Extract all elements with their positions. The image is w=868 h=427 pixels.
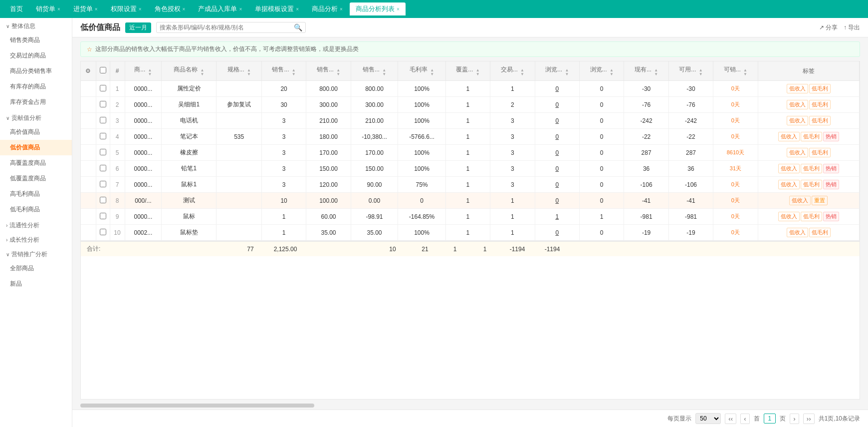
row-browse1[interactable]: 1: [535, 209, 579, 225]
tag-badge: 低毛利: [809, 116, 831, 125]
row-tags: 低收入低毛利: [758, 81, 859, 97]
row-checkbox[interactable]: [96, 97, 110, 113]
per-page-select[interactable]: 50 100 200: [695, 413, 721, 424]
nav-close-inbound[interactable]: ×: [239, 6, 242, 12]
sidebar-item-low-value[interactable]: 低价值商品: [0, 140, 72, 155]
row-browse1[interactable]: 0: [535, 177, 579, 193]
row-checkbox[interactable]: [96, 129, 110, 145]
sidebar-group-marketing[interactable]: ∨ 营销推广分析: [0, 246, 72, 261]
trade-column-header[interactable]: 交易... ▲▼: [490, 61, 535, 81]
row-margin: 75%: [398, 177, 446, 193]
sale-amount-column-header[interactable]: 销售... ▲▼: [351, 61, 398, 81]
horizontal-scrollbar[interactable]: [80, 404, 860, 408]
sidebar-item-new-goods[interactable]: 新品: [0, 276, 72, 292]
sellable-column-header[interactable]: 可销... ▲▼: [713, 61, 758, 81]
row-sale-price: 800.00: [306, 81, 351, 97]
nav-item-inbound[interactable]: 产成品入库单 ×: [192, 2, 248, 15]
row-browse1[interactable]: 0: [535, 81, 579, 97]
nav-close-auth[interactable]: ×: [139, 6, 142, 12]
row-browse1[interactable]: 0: [535, 113, 579, 129]
row-num: 8: [110, 193, 125, 209]
current-column-header[interactable]: 现有... ▲▼: [624, 61, 668, 81]
browse1-column-header[interactable]: 浏览... ▲▼: [535, 61, 579, 81]
nav-item-analysis[interactable]: 商品分析 ×: [306, 2, 349, 15]
row-checkbox[interactable]: [96, 145, 110, 161]
nav-close-role[interactable]: ×: [183, 6, 186, 12]
sale-price-column-header[interactable]: 销售... ▲▼: [306, 61, 351, 81]
row-checkbox[interactable]: [96, 209, 110, 225]
next-page-button[interactable]: ›: [790, 414, 799, 424]
last-page-button[interactable]: ››: [803, 414, 815, 424]
prev-page-button[interactable]: ‹: [740, 414, 749, 424]
search-input[interactable]: [160, 24, 294, 31]
share-button[interactable]: ↗ 分享: [819, 23, 838, 32]
spec-column-header[interactable]: 规格... ▲▼: [217, 61, 262, 81]
sidebar-item-low-margin[interactable]: 低毛利商品: [0, 202, 72, 217]
row-checkbox[interactable]: [96, 193, 110, 209]
coverage-column-header[interactable]: 覆盖... ▲▼: [445, 61, 490, 81]
row-checkbox[interactable]: [96, 161, 110, 177]
sidebar-group-growth[interactable]: › 成长性分析: [0, 232, 72, 246]
row-spec: [217, 145, 262, 161]
nav-close-template[interactable]: ×: [296, 6, 299, 12]
page-header: 低价值商品 近一月 🔍 ↗ 分享 ↑ 导出: [72, 18, 868, 37]
row-browse1[interactable]: 0: [535, 225, 579, 241]
nav-close-sales[interactable]: ×: [57, 6, 60, 12]
nav-close-purchase[interactable]: ×: [95, 6, 98, 12]
nav-item-purchase[interactable]: 进货单 ×: [67, 2, 104, 15]
row-name: 属性定价: [162, 81, 217, 97]
first-page-button[interactable]: ‹‹: [725, 414, 736, 424]
row-browse1[interactable]: 0: [535, 193, 579, 209]
sidebar-item-low-coverage[interactable]: 低覆盖度商品: [0, 171, 72, 186]
select-all-checkbox[interactable]: [100, 67, 106, 73]
sidebar-group-circulation[interactable]: › 流通性分析: [0, 217, 72, 232]
row-checkbox[interactable]: [96, 113, 110, 129]
nav-item-home[interactable]: 首页: [4, 2, 29, 15]
browse2-column-header[interactable]: 浏览... ▲▼: [579, 61, 624, 81]
row-code: 0000...: [125, 129, 162, 145]
code-column-header[interactable]: 商... ▲▼: [125, 61, 162, 81]
available-column-header[interactable]: 可用... ▲▼: [668, 61, 713, 81]
nav-item-template[interactable]: 单据模板设置 ×: [249, 2, 305, 15]
sidebar-item-stock-capital[interactable]: 库存资金占用: [0, 94, 72, 110]
row-checkbox[interactable]: [96, 81, 110, 97]
row-browse1[interactable]: 0: [535, 129, 579, 145]
sidebar-group-overview[interactable]: ∨ 整体信息: [0, 18, 72, 32]
margin-column-header[interactable]: 毛利率 ▲▼: [398, 61, 446, 81]
row-margin: 100%: [398, 145, 446, 161]
gear-column-header[interactable]: ⚙: [81, 61, 96, 81]
search-icon[interactable]: 🔍: [294, 23, 302, 31]
nav-item-sales[interactable]: 销货单 ×: [30, 2, 66, 15]
row-browse1[interactable]: 0: [535, 145, 579, 161]
nav-close-analysis[interactable]: ×: [340, 6, 343, 12]
row-browse1[interactable]: 0: [535, 161, 579, 177]
sidebar-item-traded-goods[interactable]: 交易过的商品: [0, 48, 72, 63]
row-sale-qty: 1: [261, 209, 306, 225]
row-browse1[interactable]: 0: [535, 97, 579, 113]
total-pages-text: 共1页,10条记录: [819, 415, 860, 423]
scrollbar-thumb[interactable]: [80, 404, 314, 408]
nav-item-role[interactable]: 角色授权 ×: [149, 2, 192, 15]
export-button[interactable]: ↑ 导出: [844, 23, 860, 32]
time-filter-button[interactable]: 近一月: [125, 22, 151, 33]
sidebar-item-category-rate[interactable]: 商品分类销售率: [0, 63, 72, 79]
sidebar-item-sales-goods[interactable]: 销售类商品: [0, 32, 72, 48]
name-column-header[interactable]: 商品名称 ▲▼: [162, 61, 217, 81]
row-spec: 参加复试: [217, 97, 262, 113]
row-sale-amount: 800.00: [351, 81, 398, 97]
nav-item-auth[interactable]: 权限设置 ×: [105, 2, 148, 15]
sidebar-group-contribution[interactable]: ∨ 贡献值分析: [0, 110, 72, 124]
row-available: -76: [668, 97, 713, 113]
row-checkbox[interactable]: [96, 177, 110, 193]
row-sellable: 0天: [713, 177, 758, 193]
num-column-header: #: [110, 61, 125, 81]
sale-qty-column-header[interactable]: 销售... ▲▼: [261, 61, 306, 81]
nav-close-analysis-list[interactable]: ×: [397, 6, 400, 12]
row-checkbox[interactable]: [96, 225, 110, 241]
nav-item-analysis-list[interactable]: 商品分析列表 ×: [350, 2, 406, 15]
sidebar-item-all-goods[interactable]: 全部商品: [0, 261, 72, 276]
sidebar-item-stock-goods[interactable]: 有库存的商品: [0, 79, 72, 94]
sidebar-item-high-margin[interactable]: 高毛利商品: [0, 186, 72, 202]
sidebar-item-high-coverage[interactable]: 高覆盖度商品: [0, 155, 72, 171]
sidebar-item-high-value[interactable]: 高价值商品: [0, 124, 72, 140]
